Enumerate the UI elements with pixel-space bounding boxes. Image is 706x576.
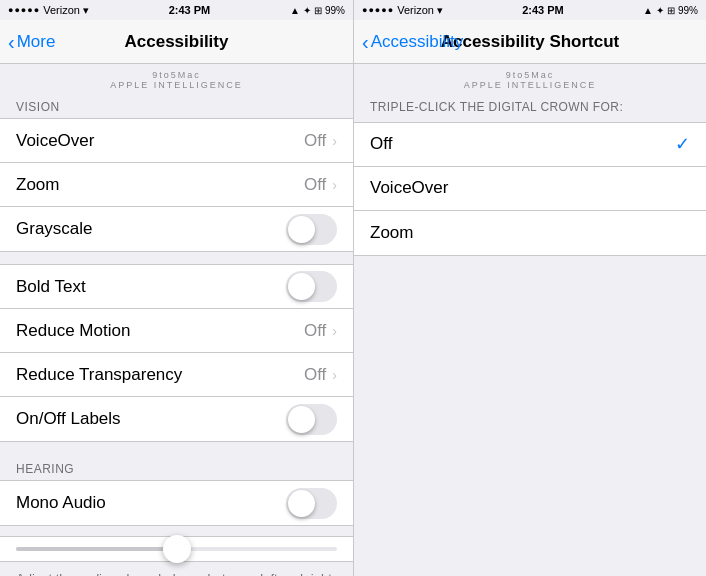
right-screen: ●●●●● Verizon ▾ 2:43 PM ▲ ✦ ⊞ 99% ‹ Acce… [353, 0, 706, 576]
status-time-left: 2:43 PM [169, 4, 211, 16]
table-row-reduce-transparency[interactable]: Reduce Transparency Off › [0, 353, 353, 397]
list-row-voiceover[interactable]: VoiceOver [354, 167, 706, 211]
carrier-name-left: Verizon [43, 4, 80, 16]
table-group-display: Bold Text Reduce Motion Off › Reduce Tra… [0, 264, 353, 442]
table-row-mono-audio[interactable]: Mono Audio [0, 481, 353, 525]
toggle-knob-onoff [288, 406, 315, 433]
slider-track [16, 547, 337, 551]
checkmark-off: ✓ [675, 133, 690, 155]
back-label-right: Accessibility [371, 32, 464, 52]
table-row-grayscale[interactable]: Grayscale [0, 207, 353, 251]
row-right-reduce-transparency: Off › [304, 365, 337, 385]
status-carrier-left: ●●●●● Verizon ▾ [8, 4, 89, 17]
toggle-grayscale[interactable] [286, 214, 337, 245]
status-bar-left: ●●●●● Verizon ▾ 2:43 PM ▲ ✦ ⊞ 99% [0, 0, 353, 20]
list-label-voiceover: VoiceOver [370, 178, 448, 198]
toggle-knob-bold [288, 273, 315, 300]
toggle-mono-audio[interactable] [286, 488, 337, 519]
table-row-zoom[interactable]: Zoom Off › [0, 163, 353, 207]
nav-title-right: Accessibility Shortcut [441, 32, 620, 52]
chevron-icon-reduce-transparency: › [332, 367, 337, 383]
back-label-left: More [17, 32, 56, 52]
table-group-shortcut: Off ✓ VoiceOver Zoom [354, 122, 706, 256]
list-row-zoom[interactable]: Zoom [354, 211, 706, 255]
battery-level-left: 99% [325, 5, 345, 16]
toggle-bold-text[interactable] [286, 271, 337, 302]
battery-icon-right: ⊞ [667, 5, 675, 16]
table-row-bold-text[interactable]: Bold Text [0, 265, 353, 309]
status-bar-right: ●●●●● Verizon ▾ 2:43 PM ▲ ✦ ⊞ 99% [354, 0, 706, 20]
section-header-hearing: HEARING [0, 454, 353, 480]
spacer-1 [0, 252, 353, 264]
bluetooth-icon-right: ✦ [656, 5, 664, 16]
back-button-right[interactable]: ‹ Accessibility [362, 32, 463, 52]
list-row-off[interactable]: Off ✓ [354, 123, 706, 167]
status-time-right: 2:43 PM [522, 4, 564, 16]
row-right-voiceover: Off › [304, 131, 337, 151]
back-button-left[interactable]: ‹ More [8, 32, 55, 52]
row-label-zoom: Zoom [16, 175, 59, 195]
row-label-reduce-motion: Reduce Motion [16, 321, 130, 341]
voiceover-value: Off [304, 131, 326, 151]
chevron-icon-zoom: › [332, 177, 337, 193]
reduce-motion-value: Off [304, 321, 326, 341]
row-label-voiceover: VoiceOver [16, 131, 94, 151]
toggle-knob-grayscale [288, 216, 315, 243]
nav-bar-right: ‹ Accessibility Accessibility Shortcut [354, 20, 706, 64]
wifi-icon-right: ▾ [437, 4, 443, 17]
location-icon: ▲ [290, 5, 300, 16]
battery-icon: ⊞ [314, 5, 322, 16]
slider-thumb[interactable] [163, 535, 191, 563]
watermark-left: 9to5Mac APPLE INTELLIGENCE [0, 64, 353, 92]
instruction-text: TRIPLE-CLICK THE DIGITAL CROWN FOR: [354, 92, 706, 122]
back-chevron-right: ‹ [362, 32, 369, 52]
carrier-dots-right: ●●●●● [362, 5, 394, 15]
slider-footer-text: Adjust the audio volume balance between … [0, 562, 353, 576]
row-right-zoom: Off › [304, 175, 337, 195]
row-label-mono-audio: Mono Audio [16, 493, 106, 513]
table-group-hearing: Mono Audio [0, 480, 353, 526]
toggle-onoff-labels[interactable] [286, 404, 337, 435]
carrier-name-right: Verizon [397, 4, 434, 16]
row-label-grayscale: Grayscale [16, 219, 93, 239]
table-row-onoff-labels[interactable]: On/Off Labels [0, 397, 353, 441]
watermark-right: 9to5Mac APPLE INTELLIGENCE [354, 64, 706, 92]
chevron-icon-reduce-motion: › [332, 323, 337, 339]
location-icon-right: ▲ [643, 5, 653, 16]
section-header-vision: VISION [0, 92, 353, 118]
back-chevron-left: ‹ [8, 32, 15, 52]
slider-container[interactable] [0, 536, 353, 562]
battery-level-right: 99% [678, 5, 698, 16]
carrier-dots-left: ●●●●● [8, 5, 40, 15]
list-label-off: Off [370, 134, 392, 154]
list-label-zoom: Zoom [370, 223, 413, 243]
toggle-knob-mono [288, 490, 315, 517]
content-right: TRIPLE-CLICK THE DIGITAL CROWN FOR: Off … [354, 92, 706, 576]
reduce-transparency-value: Off [304, 365, 326, 385]
table-row-reduce-motion[interactable]: Reduce Motion Off › [0, 309, 353, 353]
nav-bar-left: ‹ More Accessibility [0, 20, 353, 64]
watermark-logo-right: 9to5Mac APPLE INTELLIGENCE [354, 70, 706, 90]
wifi-icon-left: ▾ [83, 4, 89, 17]
slider-fill [16, 547, 177, 551]
bluetooth-icon: ✦ [303, 5, 311, 16]
table-row-voiceover[interactable]: VoiceOver Off › [0, 119, 353, 163]
row-label-bold-text: Bold Text [16, 277, 86, 297]
status-icons-left: ▲ ✦ ⊞ 99% [290, 5, 345, 16]
status-icons-right: ▲ ✦ ⊞ 99% [643, 5, 698, 16]
content-left: VISION VoiceOver Off › Zoom Off › Graysc… [0, 92, 353, 576]
nav-title-left: Accessibility [125, 32, 229, 52]
row-right-reduce-motion: Off › [304, 321, 337, 341]
row-label-onoff-labels: On/Off Labels [16, 409, 121, 429]
zoom-value: Off [304, 175, 326, 195]
chevron-icon-voiceover: › [332, 133, 337, 149]
table-group-vision: VoiceOver Off › Zoom Off › Grayscale [0, 118, 353, 252]
watermark-logo-left: 9to5Mac APPLE INTELLIGENCE [0, 70, 353, 90]
status-carrier-right: ●●●●● Verizon ▾ [362, 4, 443, 17]
left-screen: ●●●●● Verizon ▾ 2:43 PM ▲ ✦ ⊞ 99% ‹ More… [0, 0, 353, 576]
row-label-reduce-transparency: Reduce Transparency [16, 365, 182, 385]
